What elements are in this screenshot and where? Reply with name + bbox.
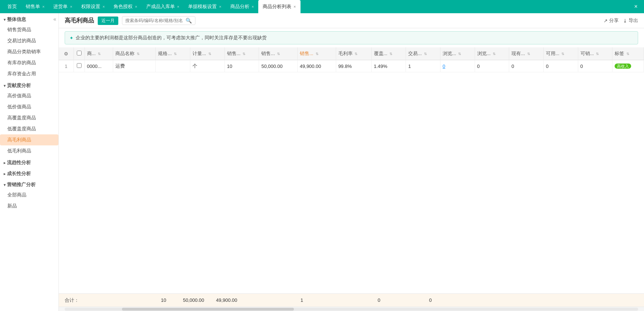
footer-current: 0 — [375, 297, 401, 303]
cell-sale-profit: 49,900.00 — [298, 60, 336, 72]
nav-close-product-inbound[interactable]: × — [177, 4, 179, 9]
period-button[interactable]: 近一月 — [98, 17, 118, 25]
nav-product-inbound[interactable]: 产成品入库单 × — [142, 0, 184, 13]
table-wrapper: ⚙ 商... ⇅ 商品名称 ⇅ 规格... ⇅ 计量... ⇅ 销售... ⇅ … — [59, 47, 644, 293]
data-table: ⚙ 商... ⇅ 商品名称 ⇅ 规格... ⇅ 计量... ⇅ 销售... ⇅ … — [59, 47, 644, 72]
col-view2[interactable]: 浏览... ⇅ — [475, 47, 509, 60]
table-row: 1 0000... 运费 个 10 50,000.00 49,900.00 99… — [59, 60, 644, 72]
col-trade[interactable]: 交易... ⇅ — [406, 47, 440, 60]
content-area: 高毛利商品 近一月 🔍 ↗ 分享 ⤓ 导出 ✦ 企业的主要的利润都是这部分商品创… — [59, 13, 644, 311]
sidebar-item-new-goods[interactable]: 新品 — [0, 200, 58, 211]
nav-purchase-order[interactable]: 进货单 × — [49, 0, 76, 13]
col-current[interactable]: 现有... ⇅ — [509, 47, 544, 60]
tag-badge: 高收入 — [615, 64, 631, 69]
nav-close-permission[interactable]: × — [102, 4, 105, 9]
nav-close-product-analysis-list[interactable]: × — [294, 4, 296, 9]
col-saleable[interactable]: 可销... ⇅ — [578, 47, 612, 60]
chevron-down-icon-3: ▾ — [4, 183, 6, 187]
info-banner: ✦ 企业的主要的利润都是这部分商品创造的，可考虑加大推广，同时关注库存是不要出现… — [65, 31, 638, 44]
nav-home[interactable]: 首页 — [3, 0, 21, 13]
footer-sale-amt: 50,000.00 — [181, 297, 214, 303]
nav-role-auth[interactable]: 角色授权 × — [109, 0, 141, 13]
cell-index: 1 — [59, 60, 73, 72]
col-sale-profit[interactable]: 销售... ⇅ — [298, 47, 336, 60]
search-input[interactable] — [125, 18, 184, 23]
footer-saleable: 0 — [427, 297, 453, 303]
window-close-button[interactable]: × — [631, 1, 641, 12]
footer-trade: 1 — [298, 297, 324, 303]
cell-current: 0 — [509, 60, 544, 72]
main-layout: « ▾ 整体信息 销售货商品 交易过的商品 商品分类助销率 有库存的商品 库存资… — [0, 13, 644, 311]
sidebar-item-all-goods[interactable]: 全部商品 — [0, 189, 58, 200]
nav-permission-settings[interactable]: 权限设置 × — [77, 0, 109, 13]
col-settings[interactable]: ⚙ — [59, 47, 73, 60]
sidebar-item-low-margin[interactable]: 低毛利商品 — [0, 145, 58, 156]
sidebar-item-high-coverage[interactable]: 高覆盖度商品 — [0, 112, 58, 123]
select-all-checkbox[interactable] — [77, 51, 82, 55]
col-coverage[interactable]: 覆盖... ⇅ — [371, 47, 406, 60]
cell-saleable: 0 — [578, 60, 612, 72]
sidebar-item-low-coverage[interactable]: 低覆盖度商品 — [0, 123, 58, 134]
nav-close-role-auth[interactable]: × — [135, 4, 137, 9]
col-unit[interactable]: 计量... ⇅ — [190, 47, 225, 60]
cell-available: 0 — [543, 60, 578, 72]
sidebar-item-category-rate[interactable]: 商品分类助销率 — [0, 46, 58, 57]
sidebar-section-overall[interactable]: ▾ 整体信息 — [0, 13, 58, 24]
cell-gross-rate: 99.8% — [336, 60, 371, 72]
top-navigation: 首页 销售单 × 进货单 × 权限设置 × 角色授权 × 产成品入库单 × 单据… — [0, 0, 644, 13]
nav-close-template[interactable]: × — [219, 4, 221, 9]
col-tag[interactable]: 标签 ⇅ — [612, 47, 644, 60]
scrollbar-thumb[interactable] — [122, 308, 294, 311]
sidebar-collapse-button[interactable]: « — [53, 16, 56, 22]
sidebar-item-sales-goods[interactable]: 销售货商品 — [0, 24, 58, 35]
col-name[interactable]: 商品名称 ⇅ — [113, 47, 156, 60]
footer-totals: 合计： 10 50,000.00 49,900.00 1 0 0 — [59, 293, 644, 307]
nav-product-analysis-list[interactable]: 商品分析列表 × — [258, 0, 300, 13]
sidebar-item-inventory-capital[interactable]: 库存资金占用 — [0, 68, 58, 79]
sidebar-item-traded-goods[interactable]: 交易过的商品 — [0, 35, 58, 46]
col-sale-amt[interactable]: 销售... ⇅ — [259, 47, 298, 60]
sidebar-section-trend[interactable]: ▸ 流趋性分析 — [0, 156, 58, 167]
footer-sale-profit: 49,900.00 — [214, 297, 247, 303]
cell-checkbox[interactable] — [73, 60, 84, 72]
horizontal-scrollbar[interactable] — [59, 307, 644, 311]
nav-template-settings[interactable]: 单据模板设置 × — [184, 0, 226, 13]
cell-tag: 高收入 — [612, 60, 644, 72]
col-available[interactable]: 可用... ⇅ — [543, 47, 578, 60]
cell-spec — [156, 60, 190, 72]
sidebar-item-low-value[interactable]: 低价值商品 — [0, 101, 58, 112]
cell-coverage: 1.49% — [371, 60, 406, 72]
sidebar-section-marketing[interactable]: ▾ 营销推广分析 — [0, 178, 58, 189]
page-title: 高毛利商品 — [65, 17, 94, 25]
share-button[interactable]: ↗ 分享 — [604, 17, 619, 24]
nav-product-analysis[interactable]: 商品分析 × — [226, 0, 258, 13]
scrollbar-track[interactable] — [65, 308, 638, 311]
search-icon[interactable]: 🔍 — [186, 18, 192, 23]
row-checkbox[interactable] — [77, 63, 82, 68]
col-spec[interactable]: 规格... ⇅ — [156, 47, 190, 60]
nav-close-sales-order[interactable]: × — [42, 4, 44, 9]
search-box: 🔍 — [122, 16, 195, 25]
sidebar-item-in-stock-goods[interactable]: 有库存的商品 — [0, 57, 58, 68]
col-code[interactable]: 商... ⇅ — [84, 47, 113, 60]
sidebar-item-high-margin[interactable]: 高毛利商品 — [0, 134, 58, 145]
col-view1[interactable]: 浏览... ⇅ — [440, 47, 475, 60]
col-gross-rate[interactable]: 毛利率 ⇅ — [336, 47, 371, 60]
content-header: 高毛利商品 近一月 🔍 ↗ 分享 ⤓ 导出 — [59, 13, 644, 28]
cell-view1[interactable]: 0 — [440, 60, 475, 72]
nav-close-purchase-order[interactable]: × — [70, 4, 72, 9]
nav-sales-order[interactable]: 销售单 × — [21, 0, 49, 13]
chevron-right-icon-2: ▸ — [4, 172, 6, 176]
sidebar-section-growth[interactable]: ▸ 成长性分析 — [0, 167, 58, 178]
cell-sale-qty: 10 — [224, 60, 259, 72]
total-label: 合计： — [65, 297, 79, 304]
col-checkbox[interactable] — [73, 47, 84, 60]
sidebar-item-high-value[interactable]: 高价值商品 — [0, 90, 58, 101]
nav-close-product-analysis[interactable]: × — [252, 4, 254, 9]
chevron-down-icon-2: ▾ — [4, 84, 6, 88]
sidebar-section-contribution[interactable]: ▾ 贡献度分析 — [0, 79, 58, 90]
export-button[interactable]: ⤓ 导出 — [623, 17, 638, 24]
cell-name: 运费 — [113, 60, 156, 72]
cell-code: 0000... — [84, 60, 113, 72]
col-sale-qty[interactable]: 销售... ⇅ — [224, 47, 259, 60]
